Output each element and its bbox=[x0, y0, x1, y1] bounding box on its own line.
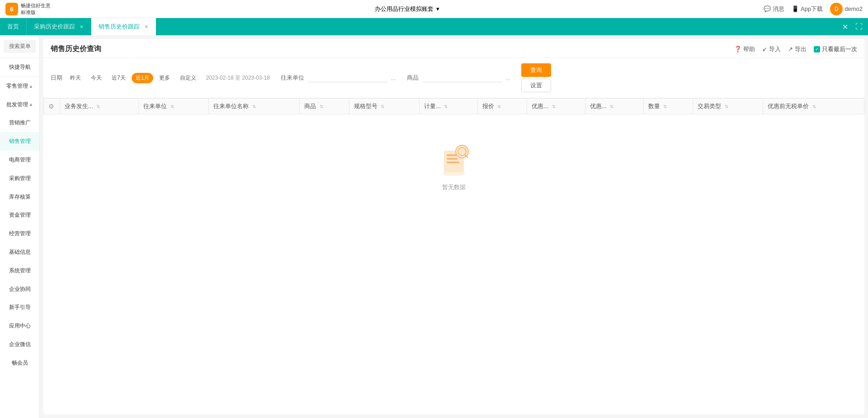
table-header-row: ⚙ 业务发生... ⇅ 往来单位 ⇅ 往来单位名称 bbox=[44, 99, 864, 114]
table-settings-col: ⚙ bbox=[44, 99, 60, 114]
date-btn-more[interactable]: 更多 bbox=[155, 73, 174, 83]
page-header: 销售历史价查询 ❓ 帮助 ↙ 导入 ↗ 导出 ✓ bbox=[43, 39, 864, 58]
sort-goods-icon: ⇅ bbox=[320, 104, 323, 109]
logo-text: 畅捷信好生意 标准版 bbox=[21, 2, 51, 15]
sidebar-item-vip[interactable]: 畅会员 bbox=[0, 354, 39, 372]
filter-area: 日期 昨天 今天 近7天 近1月 更多 自定义 2023-02-18 至 202… bbox=[43, 58, 864, 98]
empty-text: 暂无数据 bbox=[442, 183, 466, 191]
sort-biz-date-icon: ⇅ bbox=[96, 104, 100, 109]
retail-arrow-icon: ▲ bbox=[29, 84, 33, 89]
message-btn[interactable]: 💬 消息 bbox=[764, 5, 784, 13]
sort-qty-icon: ⇅ bbox=[663, 104, 667, 109]
goods-filter-group: 商品 ... bbox=[407, 73, 510, 82]
sidebar-item-apps[interactable]: 应用中心 bbox=[0, 317, 39, 335]
col-partner-name[interactable]: 往来单位名称 ⇅ bbox=[209, 99, 300, 114]
date-buttons: 昨天 今天 近7天 近1月 更多 自定义 bbox=[66, 73, 200, 83]
sort-spec-icon: ⇅ bbox=[381, 104, 384, 109]
tab-purchase-history[interactable]: 采购历史价跟踪 ✕ bbox=[27, 18, 91, 35]
col-discount2[interactable]: 优惠... ⇅ bbox=[585, 99, 643, 114]
sort-pre-tax-icon: ⇅ bbox=[812, 104, 816, 109]
table-settings-gear-icon[interactable]: ⚙ bbox=[48, 103, 54, 110]
col-pre-tax[interactable]: 优惠前无税单价 ⇅ bbox=[763, 99, 864, 114]
date-btn-today[interactable]: 今天 bbox=[87, 73, 106, 83]
sidebar-item-ecommerce[interactable]: 电商管理 bbox=[0, 151, 39, 169]
sidebar-item-base[interactable]: 基础信息 bbox=[0, 243, 39, 261]
date-range-display: 2023-02-18 至 2023-03-18 bbox=[206, 74, 269, 82]
chevron-down-icon: ▾ bbox=[436, 5, 439, 12]
partner-filter-input[interactable] bbox=[308, 73, 387, 82]
data-table: ⚙ 业务发生... ⇅ 往来单位 ⇅ 往来单位名称 bbox=[43, 98, 864, 114]
col-discount1[interactable]: 优惠... ⇅ bbox=[527, 99, 585, 114]
empty-state: 暂无数据 bbox=[43, 114, 864, 218]
tab-home[interactable]: 首页 bbox=[0, 18, 27, 35]
sidebar-item-system[interactable]: 系统管理 bbox=[0, 261, 39, 280]
sort-unit-icon: ⇅ bbox=[444, 104, 448, 109]
tab-sales-history[interactable]: 销售历史价跟踪 ✕ bbox=[91, 18, 156, 35]
col-trade-type[interactable]: 交易类型 ⇅ bbox=[693, 99, 763, 114]
sort-partner-code-icon: ⇅ bbox=[170, 104, 174, 109]
sidebar-item-inventory[interactable]: 库存核算 bbox=[0, 188, 39, 206]
search-menu-button[interactable]: 搜索菜单 bbox=[4, 40, 36, 53]
sidebar-item-operations[interactable]: 经营管理 bbox=[0, 224, 39, 243]
close-window-icon[interactable]: ✕ bbox=[840, 21, 850, 33]
date-btn-yesterday[interactable]: 昨天 bbox=[66, 73, 85, 83]
partner-filter-dots[interactable]: ... bbox=[391, 75, 396, 81]
col-quote[interactable]: 报价 ⇅ bbox=[477, 99, 527, 114]
help-icon: ❓ bbox=[734, 46, 741, 52]
sidebar-item-wholesale[interactable]: 批发管理 ▲ bbox=[0, 95, 39, 114]
tab-bar: 首页 采购历史价跟踪 ✕ 销售历史价跟踪 ✕ ✕ ⛶ bbox=[0, 18, 868, 35]
close-sales-tab-icon[interactable]: ✕ bbox=[144, 24, 148, 30]
wholesale-arrow-icon: ▲ bbox=[29, 102, 33, 107]
goods-filter-input[interactable] bbox=[422, 73, 502, 82]
only-last-checkbox[interactable]: ✓ bbox=[814, 46, 820, 52]
import-icon: ↙ bbox=[762, 46, 767, 52]
help-action[interactable]: ❓ 帮助 bbox=[734, 45, 755, 53]
page-title: 销售历史价查询 bbox=[51, 44, 101, 54]
col-qty[interactable]: 数量 ⇅ bbox=[643, 99, 693, 114]
col-biz-date[interactable]: 业务发生... ⇅ bbox=[60, 99, 139, 114]
export-action[interactable]: ↗ 导出 bbox=[788, 45, 807, 53]
sort-discount1-icon: ⇅ bbox=[552, 104, 556, 109]
query-button[interactable]: 查询 bbox=[521, 63, 551, 77]
col-partner-code[interactable]: 往来单位 ⇅ bbox=[139, 99, 209, 114]
sidebar-item-sales[interactable]: 销售管理 bbox=[0, 132, 39, 151]
message-icon: 💬 bbox=[764, 5, 771, 12]
sidebar-item-marketing[interactable]: 营销推广 bbox=[0, 114, 39, 132]
sidebar-item-finance[interactable]: 资金管理 bbox=[0, 206, 39, 224]
filter-action-buttons: 查询 设置 bbox=[521, 63, 551, 92]
download-icon: 📱 bbox=[792, 5, 799, 12]
sidebar-item-guide[interactable]: 新手引导 bbox=[0, 298, 39, 317]
sidebar: 搜索菜单 快捷导航 零售管理 ▲ 批发管理 ▲ 营销推广 销售管理 电商管理 采… bbox=[0, 35, 40, 418]
col-spec[interactable]: 规格型号 ⇅ bbox=[349, 99, 419, 114]
sidebar-item-retail[interactable]: 零售管理 ▲ bbox=[0, 77, 39, 95]
maximize-window-icon[interactable]: ⛶ bbox=[854, 21, 864, 33]
sort-partner-name-icon: ⇅ bbox=[252, 104, 256, 109]
tab-window-actions: ✕ ⛶ bbox=[840, 21, 868, 33]
sidebar-item-purchase[interactable]: 采购管理 bbox=[0, 169, 39, 188]
export-icon: ↗ bbox=[788, 46, 793, 52]
only-last-checkbox-label[interactable]: ✓ 只看最后一次 bbox=[814, 45, 857, 53]
goods-filter-dots[interactable]: ... bbox=[505, 75, 510, 81]
empty-icon bbox=[436, 142, 472, 178]
import-action[interactable]: ↙ 导入 bbox=[762, 45, 781, 53]
page-header-actions: ❓ 帮助 ↙ 导入 ↗ 导出 ✓ 只看最后一次 bbox=[734, 45, 857, 53]
logo-area: 6 畅捷信好生意 标准版 bbox=[5, 2, 51, 15]
col-goods[interactable]: 商品 ⇅ bbox=[300, 99, 349, 114]
svg-rect-4 bbox=[447, 162, 459, 163]
sidebar-item-cooperation[interactable]: 企业协同 bbox=[0, 280, 39, 299]
sidebar-item-quick-nav[interactable]: 快捷导航 bbox=[0, 58, 39, 76]
date-filter-group: 日期 昨天 今天 近7天 近1月 更多 自定义 2023-02-18 至 202… bbox=[51, 73, 270, 83]
col-unit[interactable]: 计量... ⇅ bbox=[419, 99, 477, 114]
date-btn-last7[interactable]: 近7天 bbox=[108, 73, 130, 83]
sidebar-search-area: 搜索菜单 bbox=[0, 35, 39, 58]
sidebar-quick-nav: 快捷导航 bbox=[0, 58, 39, 77]
date-btn-last1m[interactable]: 近1月 bbox=[132, 73, 154, 83]
date-btn-custom[interactable]: 自定义 bbox=[176, 73, 200, 83]
app-download-btn[interactable]: 📱 App下载 bbox=[792, 5, 823, 13]
sidebar-item-wechat[interactable]: 企业微信 bbox=[0, 335, 39, 354]
settings-button[interactable]: 设置 bbox=[521, 79, 551, 92]
date-filter-label: 日期 bbox=[51, 74, 62, 82]
user-btn[interactable]: D demo2 bbox=[830, 3, 863, 15]
close-purchase-tab-icon[interactable]: ✕ bbox=[80, 24, 84, 30]
app-selector[interactable]: 办公用品行业模拟账套 ▾ bbox=[375, 5, 439, 13]
